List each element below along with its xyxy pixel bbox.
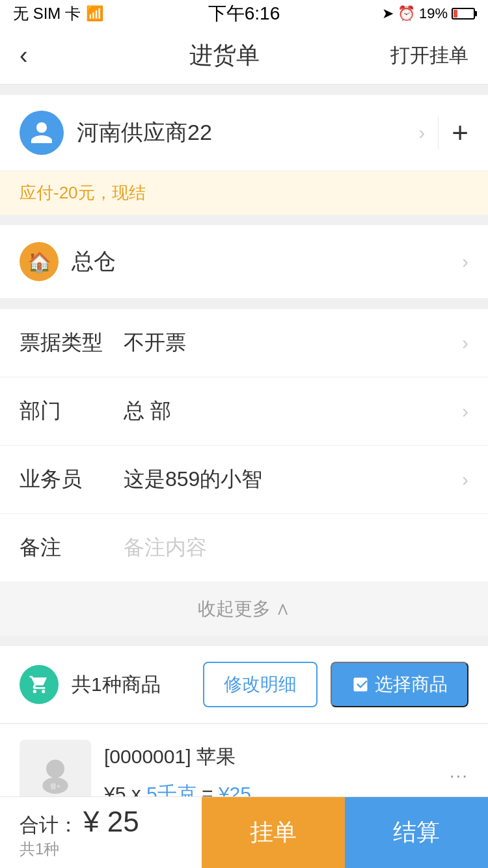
salesperson-label: 业务员 bbox=[20, 465, 111, 494]
notice-bar: 应付-20元，现结 bbox=[0, 171, 488, 215]
warehouse-chevron-icon: › bbox=[462, 251, 468, 273]
select-product-label: 选择商品 bbox=[375, 672, 448, 697]
department-value: 总 部 bbox=[111, 397, 462, 426]
warehouse-name: 总仓 bbox=[72, 247, 462, 277]
page-title: 进货单 bbox=[189, 40, 260, 72]
wifi-icon: 📶 bbox=[86, 5, 103, 22]
product-count-label: 共1种商品 bbox=[72, 671, 190, 698]
salesperson-row[interactable]: 业务员 这是859的小智 › bbox=[0, 446, 488, 514]
remark-row[interactable]: 备注 备注内容 bbox=[0, 514, 488, 582]
person-icon bbox=[29, 120, 55, 146]
battery-icon bbox=[452, 8, 475, 20]
warehouse-row[interactable]: 🏠 总仓 › bbox=[0, 225, 488, 299]
carrier-label: 无 SIM 卡 bbox=[13, 3, 81, 24]
total-sub-label: 共1种 bbox=[20, 839, 182, 860]
supplier-row[interactable]: 河南供应商22 › + bbox=[0, 95, 488, 171]
status-bar: 无 SIM 卡 📶 下午6:16 ➤ ⏰ 19% bbox=[0, 0, 488, 27]
salesperson-value: 这是859的小智 bbox=[111, 465, 462, 494]
divider bbox=[438, 116, 439, 149]
warehouse-icon: 🏠 bbox=[20, 242, 59, 281]
settle-button[interactable]: 结算 bbox=[345, 797, 488, 868]
svg-text:督+: 督+ bbox=[50, 783, 61, 790]
collapse-label: 收起更多 ∧ bbox=[198, 597, 291, 621]
total-prefix: 合计： bbox=[20, 812, 78, 839]
salesperson-chevron-icon: › bbox=[462, 468, 468, 491]
status-right: ➤ ⏰ 19% bbox=[382, 5, 475, 22]
more-options-button[interactable]: ··· bbox=[450, 765, 468, 786]
supplier-avatar bbox=[20, 111, 64, 155]
select-product-icon bbox=[351, 675, 370, 694]
product-icon bbox=[20, 665, 59, 704]
department-chevron-icon: › bbox=[462, 400, 468, 422]
ticket-type-label: 票据类型 bbox=[20, 329, 111, 357]
ticket-type-chevron-icon: › bbox=[462, 332, 468, 354]
warehouse-section: 🏠 总仓 › bbox=[0, 225, 488, 299]
ticket-type-value: 不开票 bbox=[111, 329, 462, 357]
product-header: 共1种商品 修改明细 选择商品 bbox=[0, 646, 488, 723]
collapse-bar[interactable]: 收起更多 ∧ bbox=[0, 582, 488, 636]
ticket-type-row[interactable]: 票据类型 不开票 › bbox=[0, 309, 488, 377]
bottom-bar: 合计： ¥ 25 共1种 挂单 结算 bbox=[0, 796, 488, 868]
remark-label: 备注 bbox=[20, 534, 111, 562]
add-supplier-button[interactable]: + bbox=[452, 118, 468, 147]
supplier-chevron-icon: › bbox=[418, 122, 425, 144]
product-name: [0000001] 苹果 bbox=[104, 744, 437, 770]
svg-point-0 bbox=[46, 760, 64, 778]
form-section: 票据类型 不开票 › 部门 总 部 › 业务员 这是859的小智 › 备注 备注… bbox=[0, 309, 488, 582]
department-label: 部门 bbox=[20, 397, 111, 426]
total-area: 合计： ¥ 25 共1种 bbox=[0, 797, 202, 868]
remark-input[interactable]: 备注内容 bbox=[111, 534, 468, 562]
total-amount: ¥ 25 bbox=[83, 806, 139, 838]
edit-detail-button[interactable]: 修改明细 bbox=[203, 662, 318, 707]
battery-percent: 19% bbox=[419, 5, 448, 22]
status-left: 无 SIM 卡 📶 bbox=[13, 3, 103, 24]
location-icon: ➤ bbox=[382, 5, 394, 22]
select-product-button[interactable]: 选择商品 bbox=[331, 662, 468, 707]
hang-button[interactable]: 挂单 bbox=[202, 797, 345, 868]
back-button[interactable]: ‹ bbox=[20, 42, 59, 70]
alarm-icon: ⏰ bbox=[398, 5, 415, 22]
cart-icon bbox=[29, 674, 49, 695]
status-time: 下午6:16 bbox=[208, 1, 280, 26]
open-hang-button[interactable]: 打开挂单 bbox=[390, 42, 468, 69]
supplier-section: 河南供应商22 › + 应付-20元，现结 bbox=[0, 95, 488, 215]
total-label-row: 合计： ¥ 25 bbox=[20, 806, 182, 839]
department-row[interactable]: 部门 总 部 › bbox=[0, 377, 488, 446]
supplier-name: 河南供应商22 bbox=[77, 118, 418, 148]
nav-bar: ‹ 进货单 打开挂单 bbox=[0, 27, 488, 85]
product-placeholder-icon: 督+ bbox=[33, 753, 78, 798]
